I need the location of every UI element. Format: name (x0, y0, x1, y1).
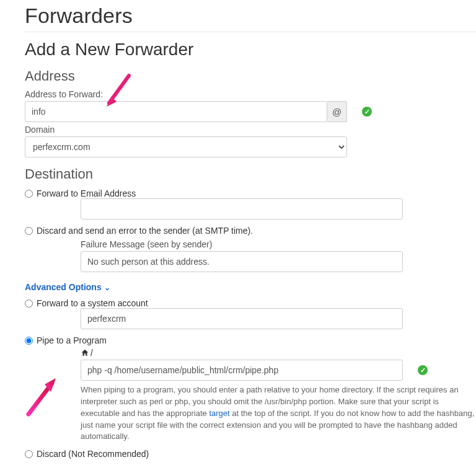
advanced-options-toggle[interactable]: Advanced Options⌄ (25, 282, 476, 292)
discard-label: Discard (Not Recommended) (37, 449, 149, 459)
failure-msg-label: Failure Message (seen by sender) (81, 239, 476, 249)
system-account-input[interactable] (81, 308, 403, 329)
discard-error-radio[interactable] (25, 227, 33, 235)
domain-label: Domain (25, 125, 476, 135)
address-section-heading: Address (25, 68, 476, 84)
target-link[interactable]: target (209, 409, 229, 418)
address-field-label: Address to Forward: (25, 89, 476, 99)
discard-error-label: Discard and send an error to the sender … (37, 226, 253, 236)
system-account-radio[interactable] (25, 299, 33, 308)
domain-select[interactable]: perfexcrm.com (25, 136, 347, 157)
discard-radio[interactable] (25, 450, 33, 458)
check-icon: ✓ (362, 107, 372, 117)
system-account-label: Forward to a system account (37, 298, 148, 308)
pipe-program-input[interactable] (81, 360, 403, 381)
pipe-program-radio[interactable] (25, 337, 33, 345)
pipe-help-text: When piping to a program, you should ent… (81, 384, 476, 443)
address-to-forward-input[interactable] (25, 101, 327, 122)
destination-section-heading: Destination (25, 166, 476, 182)
forward-email-input[interactable] (81, 198, 403, 219)
check-icon: ✓ (418, 365, 428, 375)
page-subtitle: Add a New Forwarder (25, 40, 476, 60)
page-title: Forwarders (25, 4, 476, 28)
failure-msg-input[interactable] (81, 251, 403, 272)
pipe-prefix-slash: / (90, 348, 93, 358)
chevron-down-icon: ⌄ (104, 283, 110, 292)
home-icon (81, 348, 89, 357)
at-addon: @ (327, 101, 347, 122)
divider (25, 32, 476, 32)
forward-email-label: Forward to Email Address (37, 188, 136, 198)
forward-email-radio[interactable] (25, 190, 33, 198)
arrow-annotation (20, 368, 76, 424)
pipe-program-label: Pipe to a Program (37, 335, 107, 345)
